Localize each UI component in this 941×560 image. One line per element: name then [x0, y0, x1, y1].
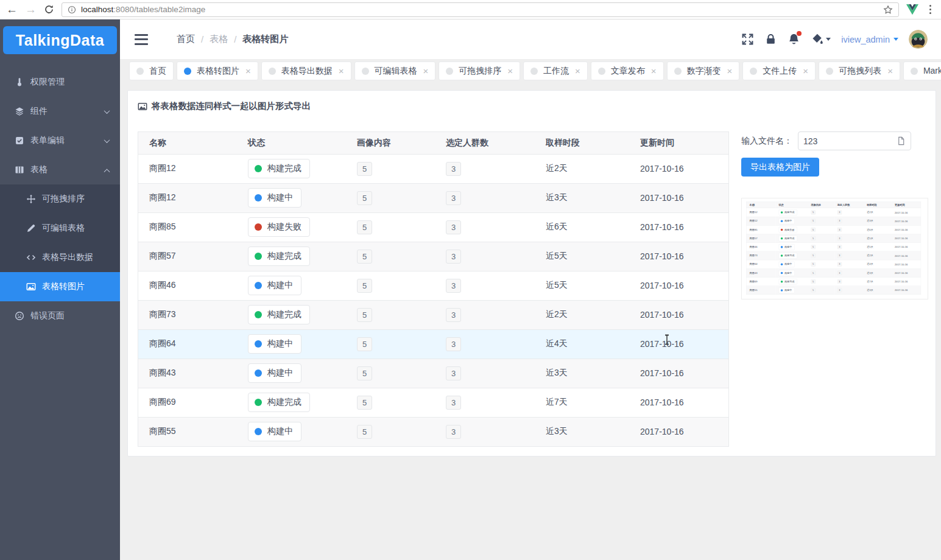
tab-close-icon[interactable]: × — [651, 66, 657, 75]
table-row[interactable]: 商圈43构建中53近3天2017-10-16 — [746, 268, 921, 277]
table-row[interactable]: 商圈12构建完成53近2天2017-10-16 — [746, 208, 921, 217]
filename-input[interactable] — [803, 136, 889, 146]
cell-period: 近3天 — [864, 217, 892, 225]
tab-可拖拽排序[interactable]: 可拖拽排序× — [439, 61, 520, 80]
table2image-card: 将表格数据连同样式一起以图片形式导出 名称状态画像内容选定人群数取样时段更新时间… — [127, 90, 936, 457]
cell-period: 近3天 — [535, 359, 629, 388]
cell-period: 近3天 — [864, 286, 892, 295]
audience-count: 3 — [446, 308, 461, 322]
fullscreen-icon[interactable] — [741, 33, 754, 46]
pencil-icon — [26, 223, 36, 233]
cell-period: 近2天 — [864, 251, 892, 260]
cell-name: 商圈43 — [138, 359, 237, 388]
table-row[interactable]: 商圈46构建中53近5天2017-10-16 — [746, 243, 921, 251]
table-row[interactable]: 商圈85构建失败53近6天2017-10-16 — [746, 225, 921, 234]
url-host: localhost — [81, 5, 113, 14]
sidebar-item-export-data[interactable]: 表格导出数据 — [0, 243, 120, 272]
portrait-count: 5 — [357, 220, 372, 234]
sidebar-item-form-edit[interactable]: 表单编辑 — [0, 126, 120, 155]
bookmark-star-icon[interactable] — [883, 5, 893, 15]
sidebar-item-table2image[interactable]: 表格转图片 — [0, 272, 120, 301]
breadcrumb-tables[interactable]: 表格 — [210, 33, 228, 45]
tab-工作流[interactable]: 工作流× — [523, 61, 588, 80]
tab-close-icon[interactable]: × — [423, 66, 429, 75]
address-bar[interactable]: localhost:8080/tables/table2image — [62, 2, 899, 17]
tab-文章发布[interactable]: 文章发布× — [591, 61, 664, 80]
user-dropdown[interactable]: iview_admin — [841, 35, 898, 44]
sidebar-item-label: 组件 — [30, 106, 48, 117]
table-row[interactable]: 商圈57构建完成53近5天2017-10-16 — [746, 234, 921, 242]
page-info-icon[interactable] — [68, 5, 76, 14]
sidebar-item-editable-table[interactable]: 可编辑表格 — [0, 214, 120, 243]
tab-label: 文章发布 — [611, 66, 645, 77]
table-row[interactable]: 商圈57构建完成53近5天2017-10-16 — [138, 242, 728, 271]
table-row[interactable]: 商圈85构建失败53近6天2017-10-16 — [138, 212, 728, 242]
table-row[interactable]: 商圈69构建完成53近7天2017-10-16 — [138, 388, 728, 417]
table-row[interactable]: 商圈12构建完成53近2天2017-10-16 — [138, 154, 728, 183]
tab-close-icon[interactable]: × — [887, 66, 893, 75]
table-row[interactable]: 商圈55构建中53近3天2017-10-16 — [138, 417, 728, 446]
app-logo[interactable]: TalkingData — [3, 26, 117, 54]
theme-switch[interactable] — [811, 33, 831, 46]
tab-首页[interactable]: 首页 — [129, 61, 174, 80]
tab-可拖拽列表[interactable]: 可拖拽列表× — [819, 61, 900, 80]
table-row[interactable]: 商圈64构建中53近4天2017-10-16 — [138, 329, 728, 359]
tab-文件上传[interactable]: 文件上传× — [742, 61, 816, 80]
avatar[interactable] — [909, 30, 928, 49]
table-row[interactable]: 商圈73构建完成53近2天2017-10-16 — [138, 300, 728, 329]
tab-表格转图片[interactable]: 表格转图片× — [177, 61, 258, 80]
tab-close-icon[interactable]: × — [575, 66, 580, 75]
export-table-button[interactable]: 导出表格为图片 — [741, 158, 819, 177]
sidebar-item-error-pages[interactable]: 错误页面 — [0, 301, 120, 331]
table-row[interactable]: 商圈43构建中53近3天2017-10-16 — [138, 359, 728, 388]
table-row[interactable]: 商圈73构建完成53近2天2017-10-16 — [746, 251, 921, 260]
table-row[interactable]: 商圈12构建中53近3天2017-10-16 — [138, 183, 728, 212]
table-row[interactable]: 商圈64构建中53近4天2017-10-16 — [746, 260, 921, 268]
tab-表格导出数据[interactable]: 表格导出数据× — [261, 61, 351, 80]
browser-back-icon[interactable]: ← — [6, 4, 18, 15]
tab-close-icon[interactable]: × — [245, 66, 251, 75]
tab-可编辑表格[interactable]: 可编辑表格× — [354, 61, 436, 80]
tab-close-icon[interactable]: × — [803, 66, 808, 75]
tab-数字渐变[interactable]: 数字渐变× — [667, 61, 740, 80]
browser-refresh-icon[interactable] — [44, 4, 54, 15]
tab-close-icon[interactable]: × — [727, 66, 733, 75]
status-label: 构建失败 — [784, 228, 795, 231]
sidebar-item-permission[interactable]: 权限管理 — [0, 68, 120, 97]
sidebar-item-label: 表格导出数据 — [42, 252, 93, 263]
table-row[interactable]: 商圈12构建中53近3天2017-10-16 — [746, 217, 921, 225]
status-dot-icon — [781, 220, 783, 222]
audience-count: 3 — [837, 236, 842, 240]
status-badge: 构建中 — [248, 334, 301, 354]
tab-close-icon[interactable]: × — [339, 66, 344, 75]
lock-screen-icon[interactable] — [764, 33, 777, 46]
status-badge: 构建完成 — [778, 209, 797, 215]
tab-close-icon[interactable]: × — [507, 66, 513, 75]
cell-period: 近3天 — [535, 417, 629, 446]
sidebar-item-components[interactable]: 组件 — [0, 97, 120, 126]
breadcrumb-current: 表格转图片 — [242, 33, 288, 45]
table-row[interactable]: 商圈46构建中53近5天2017-10-16 — [138, 271, 728, 300]
status-badge: 构建中 — [248, 188, 301, 208]
tab-label: 表格转图片 — [197, 66, 239, 77]
table-row[interactable]: 商圈69构建完成53近7天2017-10-16 — [746, 277, 921, 285]
table-row[interactable]: 商圈55构建中53近3天2017-10-16 — [746, 286, 921, 295]
status-badge: 构建中 — [248, 422, 301, 441]
tab-Markdown编辑器[interactable]: Markdown编辑器× — [903, 61, 941, 80]
browser-menu-icon[interactable] — [926, 4, 936, 16]
vue-devtools-icon[interactable] — [906, 4, 918, 15]
portrait-count: 5 — [357, 425, 372, 439]
column-header: 取样时段 — [535, 132, 629, 154]
breadcrumb-home[interactable]: 首页 — [177, 33, 195, 45]
sidebar-item-drag-sort[interactable]: 可拖拽排序 — [0, 184, 120, 214]
cell-period: 近5天 — [535, 242, 629, 271]
browser-forward-icon[interactable]: → — [25, 4, 37, 15]
image-icon — [26, 282, 36, 292]
cell-updated: 2017-10-16 — [892, 225, 921, 234]
move-icon — [26, 194, 36, 204]
status-label: 构建中 — [784, 245, 792, 248]
notifications-bell-icon[interactable] — [788, 33, 800, 46]
column-header: 画像内容 — [346, 132, 435, 154]
collapse-menu-icon[interactable] — [133, 32, 149, 47]
sidebar-item-tables[interactable]: 表格 — [0, 155, 120, 184]
